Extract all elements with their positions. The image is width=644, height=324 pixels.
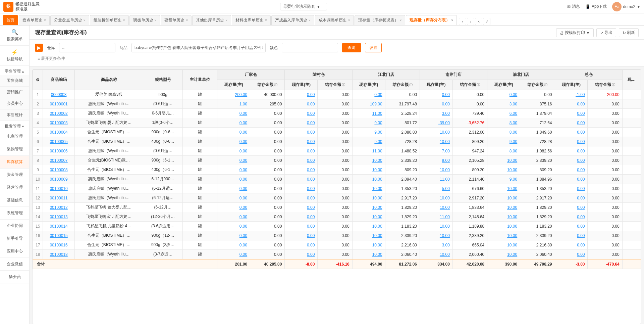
- row-jbs-qty[interactable]: 10.00: [352, 212, 385, 222]
- row-nas-qty[interactable]: -39.00: [420, 118, 453, 128]
- tab-close-8[interactable]: ×: [309, 18, 311, 22]
- sidebar-item-ecommerce[interactable]: 电商管理: [0, 130, 29, 143]
- sidebar-item-marketing[interactable]: 营销推广: [0, 87, 29, 98]
- row-code[interactable]: 0000003: [43, 90, 74, 99]
- tab-item-4[interactable]: 调拨单历史 ×: [129, 15, 160, 25]
- tab-close-10[interactable]: ×: [400, 18, 402, 22]
- tab-close-2[interactable]: ×: [84, 18, 86, 22]
- tab-item-1[interactable]: 盘点单历史 ×: [19, 15, 50, 25]
- message-btn[interactable]: ✉ 消息: [567, 4, 580, 9]
- expand-filter-btn[interactable]: ≡ 展开更多条件: [35, 54, 68, 63]
- row-nas-qty[interactable]: 0.00: [420, 90, 453, 99]
- row-fjc-qty[interactable]: 0.00: [217, 137, 250, 146]
- row-ybs-qty[interactable]: 10.00: [487, 240, 520, 250]
- col-settings[interactable]: ⚙: [33, 70, 43, 90]
- row-jbs-qty[interactable]: 10.00: [352, 203, 385, 212]
- warehouse-input[interactable]: [59, 43, 115, 52]
- tab-item-5[interactable]: 要货单历史 ×: [161, 15, 192, 25]
- sidebar-item-guide[interactable]: 新手引导: [0, 232, 29, 245]
- row-jbs-qty[interactable]: 10.00: [352, 175, 385, 184]
- row-lcc-qty[interactable]: 0.00: [285, 212, 318, 222]
- row-ybs-qty[interactable]: 10.00: [487, 212, 520, 222]
- row-lcc-qty[interactable]: 0.00: [285, 184, 318, 193]
- setting-btn[interactable]: 设置: [365, 43, 382, 52]
- sidebar-item-inventory[interactable]: 库存核算: [0, 156, 29, 169]
- export-btn[interactable]: ↗ 导出: [596, 28, 616, 37]
- sidebar-item-purchase[interactable]: 采购管理: [0, 143, 29, 156]
- row-zc-qty[interactable]: 0.00: [555, 250, 588, 260]
- row-ybs-qty[interactable]: 8.00: [487, 118, 520, 128]
- row-fjc-qty[interactable]: 0.00: [217, 128, 250, 137]
- row-jbs-qty[interactable]: 10.00: [352, 250, 385, 260]
- row-fjc-qty[interactable]: 0.00: [217, 250, 250, 260]
- row-fjc-qty[interactable]: 0.00: [217, 118, 250, 128]
- row-code[interactable]: 00100015: [43, 231, 74, 240]
- row-lcc-qty[interactable]: 0.00: [285, 109, 318, 118]
- row-jbs-qty[interactable]: 10.00: [352, 184, 385, 193]
- row-zc-qty[interactable]: 0.00: [555, 240, 588, 250]
- row-jbs-qty[interactable]: 10.00: [352, 231, 385, 240]
- tab-next-btn[interactable]: ›: [467, 18, 474, 25]
- tab-item-7[interactable]: 材料出库单历史 ×: [232, 15, 271, 25]
- row-zc-qty[interactable]: 0.00: [555, 212, 588, 222]
- row-fjc-qty[interactable]: 0.00: [217, 203, 250, 212]
- row-nas-qty[interactable]: 3.00: [420, 109, 453, 118]
- row-lcc-qty[interactable]: 0.00: [285, 240, 318, 250]
- row-nas-qty[interactable]: 11.00: [420, 212, 453, 222]
- color-input[interactable]: [282, 43, 338, 52]
- product-input[interactable]: [131, 43, 266, 52]
- row-fjc-qty[interactable]: 0.00: [217, 156, 250, 165]
- row-nas-qty[interactable]: 9.00: [420, 156, 453, 165]
- sidebar-item-retail-stat[interactable]: 零售统计: [0, 109, 29, 121]
- row-fjc-qty[interactable]: 0.00: [217, 240, 250, 250]
- industry-dropdown[interactable]: 母婴行业演示陈套 ▼: [280, 3, 327, 10]
- row-ybs-qty[interactable]: 10.00: [487, 184, 520, 193]
- query-btn[interactable]: 查询: [342, 43, 361, 52]
- row-ybs-qty[interactable]: 10.00: [487, 250, 520, 260]
- user-area[interactable]: Ea demo2 ▼: [612, 2, 641, 11]
- tab-close-1[interactable]: ×: [44, 18, 46, 22]
- row-lcc-qty[interactable]: 0.00: [285, 99, 318, 109]
- row-zc-qty[interactable]: 0.00: [555, 156, 588, 165]
- row-jbs-qty[interactable]: 10.00: [352, 240, 385, 250]
- row-code[interactable]: 00100007: [43, 156, 74, 165]
- row-fjc-qty[interactable]: 0.00: [217, 222, 250, 231]
- row-nas-qty[interactable]: 10.00: [420, 193, 453, 203]
- row-ybs-qty[interactable]: 10.00: [487, 203, 520, 212]
- row-fjc-qty[interactable]: 0.00: [217, 146, 250, 156]
- row-ybs-qty[interactable]: 8.00: [487, 128, 520, 137]
- row-zc-qty[interactable]: 0.00: [555, 109, 588, 118]
- row-ybs-qty[interactable]: 9.00: [487, 175, 520, 184]
- row-lcc-qty[interactable]: 0.00: [285, 175, 318, 184]
- row-nas-qty[interactable]: 10.00: [420, 231, 453, 240]
- sidebar-item-vip[interactable]: 畅会员: [0, 271, 29, 283]
- row-jbs-qty[interactable]: 10.00: [352, 222, 385, 231]
- row-lcc-qty[interactable]: 0.00: [285, 128, 318, 137]
- tab-close-5[interactable]: ×: [186, 18, 188, 22]
- table-container[interactable]: ⚙ 商品编码 商品名称 规格型号 主计量单位 厂家仓 陆村仓 江北门店 南岸门店…: [32, 69, 641, 324]
- row-jbs-qty[interactable]: 11.00: [352, 146, 385, 156]
- sidebar-item-finance[interactable]: 资金管理: [0, 169, 29, 181]
- row-fjc-qty[interactable]: 200.00: [217, 90, 250, 99]
- row-code[interactable]: 00100014: [43, 222, 74, 231]
- row-ybs-qty[interactable]: 10.00: [487, 193, 520, 203]
- row-lcc-qty[interactable]: 0.00: [285, 250, 318, 260]
- row-fjc-qty[interactable]: 0.00: [217, 175, 250, 184]
- row-code[interactable]: 00100002: [43, 109, 74, 118]
- sidebar-item-quicknav[interactable]: ⚡ 快捷导航: [0, 46, 29, 66]
- row-zc-qty[interactable]: 0.00: [555, 193, 588, 203]
- row-ybs-qty[interactable]: 10.00: [487, 222, 520, 231]
- row-zc-qty[interactable]: 0.00: [555, 99, 588, 109]
- row-jbs-qty[interactable]: 9.00: [352, 137, 385, 146]
- row-code[interactable]: 00100004: [43, 128, 74, 137]
- row-jbs-qty[interactable]: 10.00: [352, 165, 385, 175]
- row-nas-qty[interactable]: 5.00: [420, 184, 453, 193]
- row-zc-qty[interactable]: -1.00: [555, 90, 588, 99]
- row-fjc-qty[interactable]: 0.00: [217, 165, 250, 175]
- row-code[interactable]: 00100011: [43, 193, 74, 203]
- app-download-btn[interactable]: 📱 App下载: [585, 4, 607, 9]
- row-zc-qty[interactable]: 0.00: [555, 128, 588, 137]
- row-fjc-qty[interactable]: 0.00: [217, 193, 250, 203]
- tab-item-8[interactable]: 产成品入库单历史 ×: [271, 15, 314, 25]
- sidebar-item-wechat[interactable]: 企业微信: [0, 258, 29, 271]
